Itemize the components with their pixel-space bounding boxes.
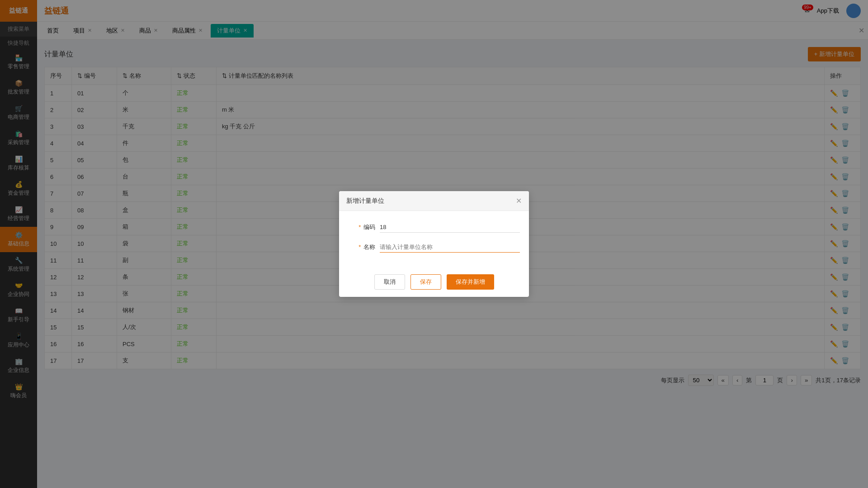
modal-overlay[interactable]: 新增计量单位 ✕ * 编码 * 名称 取消 保存 保存并新增 bbox=[0, 0, 868, 488]
name-input[interactable] bbox=[380, 242, 520, 253]
add-measure-unit-modal: 新增计量单位 ✕ * 编码 * 名称 取消 保存 保存并新增 bbox=[339, 191, 529, 297]
code-label: * 编码 bbox=[348, 223, 375, 231]
save-button[interactable]: 保存 bbox=[410, 274, 441, 290]
form-row-name: * 名称 bbox=[348, 242, 520, 253]
modal-footer: 取消 保存 保存并新增 bbox=[339, 269, 529, 297]
modal-title: 新增计量单位 bbox=[346, 197, 384, 205]
code-input[interactable] bbox=[380, 222, 520, 233]
name-label: * 名称 bbox=[348, 243, 375, 251]
modal-close-button[interactable]: ✕ bbox=[516, 197, 522, 205]
modal-body: * 编码 * 名称 bbox=[339, 211, 529, 269]
save-and-new-button[interactable]: 保存并新增 bbox=[447, 274, 494, 290]
cancel-button[interactable]: 取消 bbox=[374, 274, 405, 290]
form-row-code: * 编码 bbox=[348, 222, 520, 233]
modal-header: 新增计量单位 ✕ bbox=[339, 191, 529, 211]
